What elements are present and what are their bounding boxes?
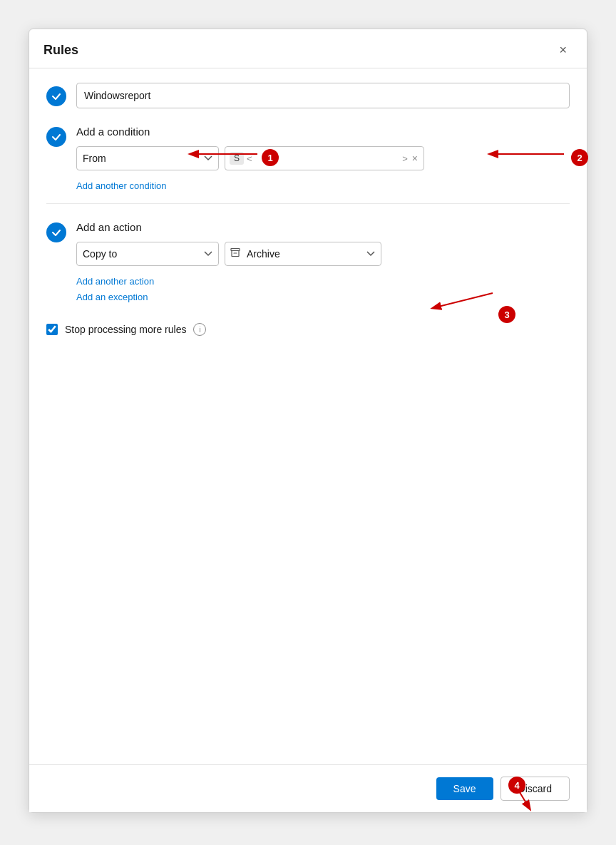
action-header: Add an action [76, 221, 570, 233]
save-button[interactable]: Save [436, 777, 493, 800]
discard-button[interactable]: Discard [500, 777, 570, 801]
archive-dropdown[interactable]: Archive Inbox Drafts Sent [225, 242, 381, 266]
dialog-title: Rules [43, 43, 78, 58]
from-dropdown[interactable]: From Subject To Body Date [76, 146, 219, 170]
add-exception-link[interactable]: Add an exception [76, 292, 148, 302]
left-angle: < [247, 153, 252, 164]
condition-checkmark [46, 127, 66, 147]
dialog-body: Add a condition From Subject To Body Dat… [29, 68, 587, 350]
condition-section: Add a condition From Subject To Body Dat… [46, 126, 570, 192]
close-button[interactable]: × [553, 41, 573, 59]
action-section: Add an action Copy to Move to Delete For… [46, 221, 570, 303]
section-divider [46, 203, 570, 204]
archive-select-wrapper: Archive Inbox Drafts Sent [225, 242, 381, 266]
action-checkmark [46, 222, 66, 242]
dialog-header: Rules × [29, 29, 587, 68]
action-row: Copy to Move to Delete Forward Mark as r… [76, 242, 570, 266]
rules-dialog: Rules × Add a condition [29, 29, 587, 813]
condition-value-box: S < > × [225, 146, 424, 170]
rule-name-row [46, 83, 570, 108]
rule-name-checkmark [46, 86, 66, 106]
stop-processing-checkbox[interactable] [46, 324, 58, 335]
condition-remove-button[interactable]: × [411, 153, 419, 164]
condition-inner-input[interactable] [255, 153, 400, 164]
condition-row: From Subject To Body Date S < > × [76, 146, 570, 170]
stop-processing-row: Stop processing more rules i [46, 323, 570, 336]
action-content: Add an action Copy to Move to Delete For… [76, 221, 570, 303]
stop-processing-label: Stop processing more rules [65, 324, 186, 335]
condition-tag: S [230, 152, 244, 165]
condition-header: Add a condition [76, 126, 570, 138]
condition-content: Add a condition From Subject To Body Dat… [76, 126, 570, 192]
info-icon[interactable]: i [193, 323, 206, 336]
copy-to-dropdown[interactable]: Copy to Move to Delete Forward Mark as r… [76, 242, 219, 266]
dialog-footer: Save Discard [29, 764, 587, 812]
add-another-action-link[interactable]: Add another action [76, 276, 154, 287]
rule-name-input[interactable] [76, 83, 570, 108]
add-another-condition-link[interactable]: Add another condition [76, 180, 166, 191]
right-angle: > [402, 153, 408, 164]
